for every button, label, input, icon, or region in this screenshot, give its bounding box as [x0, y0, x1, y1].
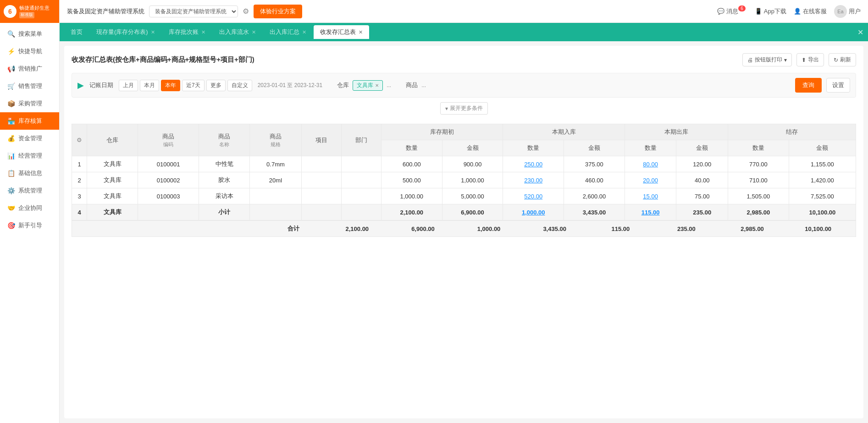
- export-icon: ⬆: [802, 57, 806, 63]
- sidebar-item-basic-info[interactable]: 📋 基础信息: [0, 165, 59, 182]
- tab-close-icon[interactable]: ✕: [302, 29, 306, 35]
- expand-more-btn[interactable]: ▾ 展开更多条件: [440, 102, 488, 115]
- this-month-btn[interactable]: 本月: [140, 80, 159, 91]
- tab-batch-account-label: 库存批次账: [169, 28, 199, 36]
- sidebar-item-label: 搜索菜单: [18, 30, 42, 38]
- in-qty-link[interactable]: 520.00: [524, 193, 542, 200]
- filter-arrow-icon[interactable]: ▶: [77, 80, 84, 90]
- last-7days-btn[interactable]: 近7天: [182, 80, 205, 91]
- print-btn[interactable]: 🖨 按钮版打印 ▾: [742, 53, 792, 66]
- page-inner: 收发存汇总表(按仓库+商品编码+商品+规格型号+项目+部门) 🖨 按钮版打印 ▾…: [64, 46, 863, 418]
- more-date-btn[interactable]: 更多: [206, 80, 226, 91]
- row-end-amt: 1,155.00: [789, 156, 856, 172]
- tab-close-icon[interactable]: ✕: [359, 29, 363, 35]
- tab-inout-summary[interactable]: 出入库汇总 ✕: [263, 25, 313, 39]
- row-dept: [341, 172, 381, 188]
- row-out-amt: 75.00: [676, 188, 728, 204]
- gear-icon[interactable]: ⚙: [243, 7, 249, 16]
- tab-bar: 首页 现存量(库存分布表) ✕ 库存批次账 ✕ 出入库流水 ✕ 出入库汇总 ✕ …: [60, 23, 868, 41]
- row-open-amt: 5,000.00: [442, 188, 503, 204]
- th-open-amt: 金额: [442, 140, 503, 156]
- tab-inout-flow[interactable]: 出入库流水 ✕: [213, 25, 262, 39]
- sidebar-item-marketing[interactable]: 📢 营销推广: [0, 60, 59, 77]
- goods-label: 商品: [406, 81, 418, 89]
- row-in-amt: 460.00: [564, 172, 625, 188]
- footer-values: 2,100.00 6,900.00 1,000.00 3,435.00 115.…: [324, 225, 851, 232]
- this-year-btn[interactable]: 本年: [161, 80, 180, 91]
- sidebar-item-guide[interactable]: 🎯 新手引导: [0, 217, 59, 234]
- tab-recv-send[interactable]: 收发存汇总表 ✕: [314, 25, 369, 39]
- tab-batch-account[interactable]: 库存批次账 ✕: [162, 25, 212, 39]
- out-qty-link[interactable]: 115.00: [641, 209, 660, 216]
- in-qty-link[interactable]: 1,000.00: [522, 209, 545, 216]
- sidebar-item-sales[interactable]: 🛒 销售管理: [0, 77, 59, 95]
- row-goods-spec: 20ml: [250, 172, 302, 188]
- query-btn[interactable]: 查询: [795, 78, 822, 93]
- row-goods-name: 胶水: [199, 172, 249, 188]
- print-icon: 🖨: [747, 57, 753, 63]
- row-warehouse: 文具库: [87, 188, 138, 204]
- refresh-icon: ↻: [834, 57, 838, 63]
- page-header: 收发存汇总表(按仓库+商品编码+商品+规格型号+项目+部门) 🖨 按钮版打印 ▾…: [72, 53, 856, 66]
- tab-close-icon[interactable]: ✕: [201, 29, 205, 35]
- app-download-btn[interactable]: 📱 App下载: [755, 7, 786, 16]
- trial-btn[interactable]: 体验行业方案: [254, 5, 302, 18]
- custom-date-btn[interactable]: 自定义: [227, 80, 252, 91]
- table-gear-icon[interactable]: ⚙: [77, 137, 82, 143]
- goods-more-btn[interactable]: ...: [421, 82, 426, 88]
- th-out-amt: 金额: [676, 140, 728, 156]
- footer-open-qty: 2,100.00: [324, 225, 390, 232]
- user-menu[interactable]: Ea 用户: [834, 5, 861, 18]
- online-service-btn[interactable]: 👤 在线客服: [794, 7, 827, 16]
- page-actions: 🖨 按钮版打印 ▾ ⬆ 导出 ↻ 刷新: [742, 53, 856, 66]
- message-btn[interactable]: 💬 消息 6: [717, 7, 747, 16]
- search-icon: 🔍: [7, 30, 15, 38]
- row-in-qty: 250.00: [503, 156, 564, 172]
- filter-settings-btn[interactable]: 设置: [826, 78, 850, 93]
- tab-inventory-dist[interactable]: 现存量(库存分布表) ✕: [90, 25, 161, 39]
- tab-close-icon[interactable]: ✕: [151, 29, 155, 35]
- sidebar-item-system[interactable]: ⚙️ 系统管理: [0, 182, 59, 199]
- out-qty-link[interactable]: 80.00: [643, 161, 658, 168]
- row-project: [301, 188, 341, 204]
- warehouse-label: 仓库: [337, 81, 349, 89]
- data-table: ⚙ 仓库 商品编码 商品名称 商品规格 项目 部门 库存期初 本期入库 本期出库…: [72, 124, 856, 220]
- row-goods-code: 0100003: [138, 188, 199, 204]
- out-qty-link[interactable]: 15.00: [643, 193, 658, 200]
- last-month-btn[interactable]: 上月: [119, 80, 138, 91]
- expand-icon: ▾: [445, 105, 448, 112]
- refresh-btn[interactable]: ↻ 刷新: [829, 53, 856, 66]
- topbar-system-select[interactable]: 装备及固定资产辅助管理系统: [149, 5, 238, 17]
- close-all-tabs-btn[interactable]: ✕: [857, 28, 863, 37]
- in-qty-link[interactable]: 230.00: [524, 177, 542, 184]
- footer-row: 合计 2,100.00 6,900.00 1,000.00 3,435.00 1…: [77, 225, 851, 233]
- row-end-qty: 710.00: [728, 172, 789, 188]
- th-goods-spec: 商品规格: [250, 124, 302, 156]
- sidebar-item-purchase[interactable]: 📦 采购管理: [0, 95, 59, 112]
- operations-icon: 📊: [7, 152, 15, 159]
- guide-icon: 🎯: [7, 222, 15, 229]
- tab-home[interactable]: 首页: [64, 25, 89, 39]
- sidebar-item-enterprise[interactable]: 🤝 企业协同: [0, 199, 59, 217]
- sidebar-item-finance[interactable]: 💰 资金管理: [0, 130, 59, 147]
- sidebar-item-search[interactable]: 🔍 搜索菜单: [0, 25, 59, 43]
- export-label: 导出: [808, 56, 819, 64]
- row-dept: [341, 204, 381, 220]
- sidebar-item-operations[interactable]: 📊 经营管理: [0, 147, 59, 165]
- out-qty-link[interactable]: 20.00: [643, 177, 658, 184]
- remove-warehouse-tag-btn[interactable]: ✕: [375, 83, 379, 88]
- sidebar-item-inventory[interactable]: 🏪 库存核算: [0, 112, 59, 130]
- warehouse-more-btn[interactable]: ...: [387, 82, 391, 88]
- print-label: 按钮版打印: [755, 56, 782, 64]
- row-out-qty: 80.00: [625, 156, 676, 172]
- sidebar-item-label: 新手引导: [18, 221, 42, 230]
- tab-close-icon[interactable]: ✕: [252, 29, 256, 35]
- export-btn[interactable]: ⬆ 导出: [796, 53, 824, 66]
- date-range-display: 2023-01-01 至 2023-12-31: [258, 82, 322, 89]
- in-qty-link[interactable]: 250.00: [524, 161, 542, 168]
- sidebar-item-quick-nav[interactable]: ⚡ 快捷导航: [0, 43, 59, 60]
- inventory-icon: 🏪: [7, 117, 15, 125]
- row-out-amt: 235.00: [676, 204, 728, 220]
- row-end-amt: 1,420.00: [789, 172, 856, 188]
- footer-end-qty: 2,985.00: [719, 225, 785, 232]
